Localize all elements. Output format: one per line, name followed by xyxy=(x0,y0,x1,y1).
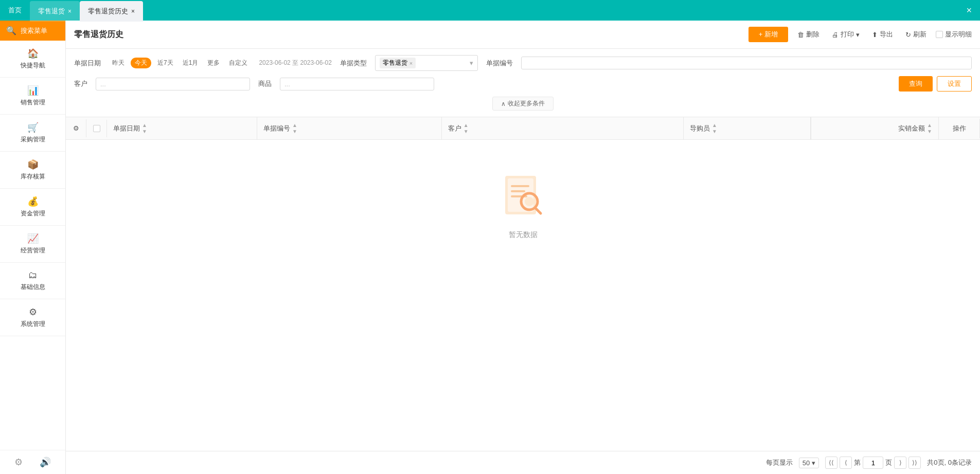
date-today[interactable]: 今天 xyxy=(131,58,151,68)
basicinfo-icon: 🗂 xyxy=(28,270,38,281)
sidebar-item-purchase[interactable]: 🛒 采购管理 xyxy=(0,115,65,152)
page-size-label: 每页显示 xyxy=(766,458,793,467)
page-unit: 页 xyxy=(885,458,892,467)
collapse-filter-button[interactable]: ∧ 收起更多条件 xyxy=(492,97,554,111)
date-1month[interactable]: 近1月 xyxy=(180,58,202,68)
query-button[interactable]: + 新增 xyxy=(749,27,788,42)
page-size-select[interactable]: 50 ▾ xyxy=(799,458,819,468)
tab-retail-return-close[interactable]: × xyxy=(68,8,72,15)
sidebar-item-finance[interactable]: 💰 资金管理 xyxy=(0,189,65,226)
page-first-button[interactable]: ⟨⟨ xyxy=(825,457,838,469)
sidebar-item-inventory[interactable]: 📦 库存核算 xyxy=(0,152,65,189)
date-more[interactable]: 更多 xyxy=(204,58,223,68)
search-menu-label: 搜索菜单 xyxy=(21,26,47,35)
select-all-checkbox[interactable] xyxy=(93,125,100,132)
th-settings[interactable]: ⚙ xyxy=(66,119,86,137)
th-date[interactable]: 单据日期 ▲▼ xyxy=(107,117,257,139)
settings-button[interactable]: 设置 xyxy=(937,76,972,92)
delete-icon: 🗑 xyxy=(797,31,804,39)
date-custom[interactable]: 自定义 xyxy=(226,58,251,68)
search-menu[interactable]: 🔍 搜索菜单 xyxy=(0,21,65,41)
page-label: 第 xyxy=(854,458,861,467)
show-detail-toggle[interactable]: 显示明细 xyxy=(936,30,972,39)
settings-bottom-icon[interactable]: ⚙ xyxy=(14,457,23,468)
filter-area: 单据日期 昨天 今天 近7天 近1月 更多 自定义 2023-06-02 至 2… xyxy=(66,49,980,117)
tab-retail-return-history[interactable]: 零售退货历史 × xyxy=(80,1,143,22)
header-actions: + 新增 🗑 删除 🖨 打印 ▾ ⬆ 导出 ↻ 刷新 xyxy=(749,27,972,42)
sidebar-item-sales-label: 销售管理 xyxy=(21,98,45,107)
th-amount-label: 实销金额 xyxy=(898,124,925,133)
sidebar-item-operations-label: 经营管理 xyxy=(21,246,45,255)
customer-filter-label: 客户 xyxy=(74,79,87,88)
th-num-label: 单据编号 xyxy=(263,124,290,133)
empty-svg xyxy=(497,171,549,222)
th-customer[interactable]: 客户 ▲▼ xyxy=(442,117,684,139)
show-detail-checkbox[interactable] xyxy=(936,31,943,38)
inventory-icon: 📦 xyxy=(27,159,39,170)
delete-button[interactable]: 🗑 删除 xyxy=(794,28,823,41)
date-7days[interactable]: 近7天 xyxy=(154,58,176,68)
page-number-input[interactable] xyxy=(863,457,883,469)
empty-image xyxy=(497,171,549,222)
date-yesterday[interactable]: 昨天 xyxy=(109,58,128,68)
search-button[interactable]: 查询 xyxy=(899,76,933,92)
settings-col-icon: ⚙ xyxy=(73,124,79,132)
type-filter-tag-close[interactable]: × xyxy=(409,60,413,66)
print-icon: 🖨 xyxy=(832,31,839,39)
sidebar-item-quicknav-label: 快捷导航 xyxy=(21,61,45,70)
tab-retail-return[interactable]: 零售退货 × xyxy=(30,1,80,22)
th-num[interactable]: 单据编号 ▲▼ xyxy=(257,117,442,139)
type-filter-select[interactable]: 零售退货 × ▾ xyxy=(375,55,478,71)
type-dropdown-icon: ▾ xyxy=(470,59,473,67)
svg-point-7 xyxy=(525,197,534,206)
table-footer: 每页显示 50 ▾ ⟨⟨ ⟨ 第 页 ⟩ ⟩⟩ 共0页, 0条记录 xyxy=(66,451,980,474)
th-op: 操作 xyxy=(939,119,980,138)
filter-row-2: 客户 ... 商品 ... 查询 设置 xyxy=(74,76,972,92)
sidebar-item-purchase-label: 采购管理 xyxy=(21,135,45,144)
customer-placeholder: ... xyxy=(100,80,106,88)
th-amount[interactable]: 实销金额 ▲▼ xyxy=(811,117,939,139)
quicknav-icon: 🏠 xyxy=(27,48,39,59)
page-last-button[interactable]: ⟩⟩ xyxy=(908,457,921,469)
goods-filter-label: 商品 xyxy=(258,79,272,88)
page-nav: ⟨⟨ ⟨ 第 页 ⟩ ⟩⟩ xyxy=(825,457,921,469)
print-button[interactable]: 🖨 打印 ▾ xyxy=(829,28,863,41)
operations-icon: 📈 xyxy=(27,233,39,244)
window-close-button[interactable]: × xyxy=(958,5,980,16)
th-guide[interactable]: 导购员 ▲▼ xyxy=(684,117,811,139)
tab-retail-return-history-close[interactable]: × xyxy=(131,8,135,15)
refresh-label: 刷新 xyxy=(913,30,926,39)
customer-filter-select[interactable]: ... xyxy=(96,78,250,90)
guide-sort-icon: ▲▼ xyxy=(712,122,717,134)
top-bar: 首页 零售退货 × 零售退货历史 × × xyxy=(0,0,980,21)
content-area: 零售退货历史 + 新增 🗑 删除 🖨 打印 ▾ ⬆ 导出 ↻ xyxy=(66,21,980,474)
export-icon: ⬆ xyxy=(872,31,878,39)
export-label: 导出 xyxy=(880,30,893,39)
svg-rect-2 xyxy=(511,185,529,187)
export-button[interactable]: ⬆ 导出 xyxy=(869,28,896,41)
date-filter-label: 单据日期 xyxy=(74,59,101,68)
sidebar-item-basicinfo[interactable]: 🗂 基础信息 xyxy=(0,263,65,299)
speaker-bottom-icon[interactable]: 🔊 xyxy=(40,457,51,468)
sidebar-item-quicknav[interactable]: 🏠 快捷导航 xyxy=(0,41,65,78)
table-area: ⚙ 单据日期 ▲▼ 单据编号 ▲▼ 客户 ▲▼ xyxy=(66,117,980,451)
sidebar-item-system[interactable]: ⚙ 系统管理 xyxy=(0,299,65,336)
date-range-display: 2023-06-02 至 2023-06-02 xyxy=(259,59,331,67)
filter-row-1: 单据日期 昨天 今天 近7天 近1月 更多 自定义 2023-06-02 至 2… xyxy=(74,55,972,71)
th-check[interactable] xyxy=(86,120,107,137)
th-customer-label: 客户 xyxy=(448,124,461,133)
tab-home[interactable]: 首页 xyxy=(0,0,30,21)
sidebar-item-operations[interactable]: 📈 经营管理 xyxy=(0,226,65,263)
page-next-button[interactable]: ⟩ xyxy=(894,457,906,469)
print-dropdown-icon: ▾ xyxy=(856,31,860,39)
docnum-filter-label: 单据编号 xyxy=(486,59,513,68)
page-prev-button[interactable]: ⟨ xyxy=(840,457,852,469)
goods-filter-select[interactable]: ... xyxy=(280,78,434,90)
docnum-filter-input[interactable] xyxy=(521,57,972,69)
sidebar-item-sales[interactable]: 📊 销售管理 xyxy=(0,78,65,115)
th-guide-label: 导购员 xyxy=(690,124,710,133)
amount-sort-icon: ▲▼ xyxy=(927,122,932,134)
type-filter-tag-value: 零售退货 xyxy=(383,59,407,67)
refresh-button[interactable]: ↻ 刷新 xyxy=(902,28,930,41)
page-size-value: 50 xyxy=(803,459,810,467)
